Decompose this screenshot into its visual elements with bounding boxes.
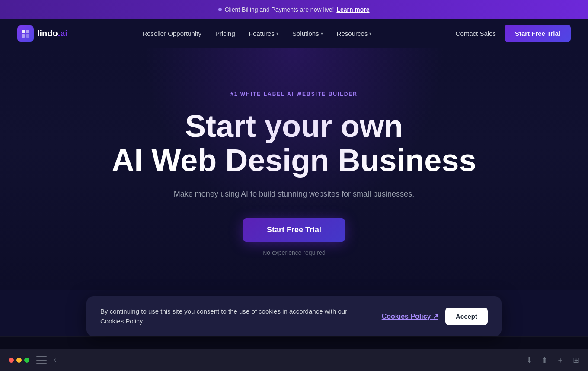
nav-resources[interactable]: Resources ▾ [337,30,372,37]
nav-solutions[interactable]: Solutions ▾ [292,30,323,37]
share-icon[interactable]: ⬆ [541,355,548,365]
nav-back-icon[interactable]: ‹ [54,355,56,365]
traffic-light-green[interactable] [24,358,29,363]
svg-rect-3 [26,34,29,38]
traffic-light-yellow[interactable] [16,358,22,363]
logo-icon [17,25,34,42]
hero-section: #1 WHITE LABEL AI WEBSITE BUILDER Start … [0,48,588,290]
announcement-text: Client Billing and Payments are now live… [224,6,334,13]
add-tab-icon[interactable]: ＋ [556,355,564,365]
external-link-icon: ↗ [433,313,438,320]
nav-reseller-opportunity[interactable]: Reseller Opportunity [142,30,201,37]
cookie-actions: Cookies Policy ↗ Accept [382,308,488,325]
resources-chevron-icon: ▾ [369,31,371,36]
nav-right: Contact Sales Start Free Trial [447,25,571,42]
navbar: lindo.ai Reseller Opportunity Pricing Fe… [0,19,588,48]
hero-title-line2: AI Web Design Business [112,143,476,178]
browser-bar: ‹ ⬇ ⬆ ＋ ⊞ [0,349,588,371]
features-chevron-icon: ▾ [276,31,278,36]
logo[interactable]: lindo.ai [17,25,67,42]
live-dot-icon [218,8,222,11]
hero-title: Start your own AI Web Design Business [112,109,476,178]
browser-icons-right: ⬇ ⬆ ＋ ⊞ [526,355,579,365]
solutions-chevron-icon: ▾ [321,31,323,36]
hero-cta-button[interactable]: Start Free Trial [243,218,345,242]
grid-icon[interactable]: ⊞ [573,355,579,365]
announcement-bar: Client Billing and Payments are now live… [0,0,588,19]
traffic-light-red[interactable] [9,358,14,363]
cookies-policy-link[interactable]: Cookies Policy ↗ [382,312,438,320]
nav-cta-button[interactable]: Start Free Trial [505,25,571,42]
logo-text: lindo.ai [37,29,67,38]
cookie-message: By continuing to use this site you conse… [100,307,371,326]
accept-button[interactable]: Accept [445,308,488,325]
nav-pricing[interactable]: Pricing [215,30,235,37]
hero-footnote: No experience required [262,249,326,256]
cookie-banner: By continuing to use this site you conse… [86,296,502,336]
hero-badge: #1 WHITE LABEL AI WEBSITE BUILDER [230,91,358,97]
svg-rect-2 [22,34,25,38]
hero-subtitle: Make money using AI to build stunning we… [174,188,414,200]
traffic-lights [9,358,29,363]
hero-title-line1: Start your own [185,109,403,143]
nav-links: Reseller Opportunity Pricing Features ▾ … [142,30,371,37]
footer-strip [0,336,588,349]
download-icon[interactable]: ⬇ [526,355,533,365]
contact-sales-link[interactable]: Contact Sales [456,30,496,37]
svg-rect-0 [22,30,25,33]
nav-divider [447,29,447,38]
sidebar-toggle-button[interactable] [36,356,47,364]
svg-rect-1 [26,30,29,33]
nav-features[interactable]: Features ▾ [249,30,278,37]
learn-more-link[interactable]: Learn more [336,6,369,13]
logo-suffix: .ai [58,29,67,38]
